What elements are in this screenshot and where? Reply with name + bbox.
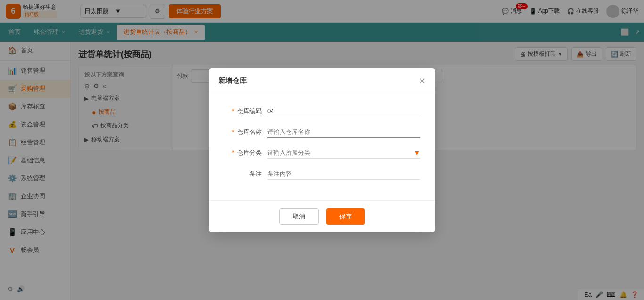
form-category-label: * 仓库分类 (224, 149, 262, 157)
warehouse-code-input[interactable] (267, 106, 420, 117)
form-row-note: 备注 (224, 168, 420, 180)
required-star-code: * (232, 108, 234, 115)
warehouse-note-input[interactable] (267, 168, 420, 180)
warehouse-category-select[interactable]: ▼ (267, 147, 420, 159)
form-row-name: * 仓库名称 (224, 126, 420, 138)
category-dropdown-icon: ▼ (413, 149, 420, 157)
form-note-label: 备注 (224, 170, 262, 178)
modal-body: * 仓库编码 * 仓库名称 * 仓库分类 (209, 94, 435, 200)
form-code-label: * 仓库编码 (224, 107, 262, 116)
save-button[interactable]: 保存 (326, 208, 365, 225)
form-row-code: * 仓库编码 (224, 106, 420, 117)
warehouse-category-input[interactable] (267, 149, 413, 156)
modal-title: 新增仓库 (218, 76, 247, 85)
cancel-button[interactable]: 取消 (279, 208, 319, 225)
form-row-category: * 仓库分类 ▼ (224, 147, 420, 159)
modal-header: 新增仓库 ✕ (209, 68, 435, 94)
modal-overlay[interactable]: 新增仓库 ✕ * 仓库编码 * 仓库名称 (0, 0, 644, 300)
modal-footer: 取消 保存 (209, 200, 435, 232)
form-name-label: * 仓库名称 (224, 128, 262, 136)
required-star-name: * (232, 128, 234, 135)
warehouse-name-input[interactable] (267, 126, 420, 138)
required-star-category: * (232, 149, 234, 156)
modal-new-warehouse: 新增仓库 ✕ * 仓库编码 * 仓库名称 (209, 68, 435, 232)
modal-close-button[interactable]: ✕ (419, 76, 426, 86)
